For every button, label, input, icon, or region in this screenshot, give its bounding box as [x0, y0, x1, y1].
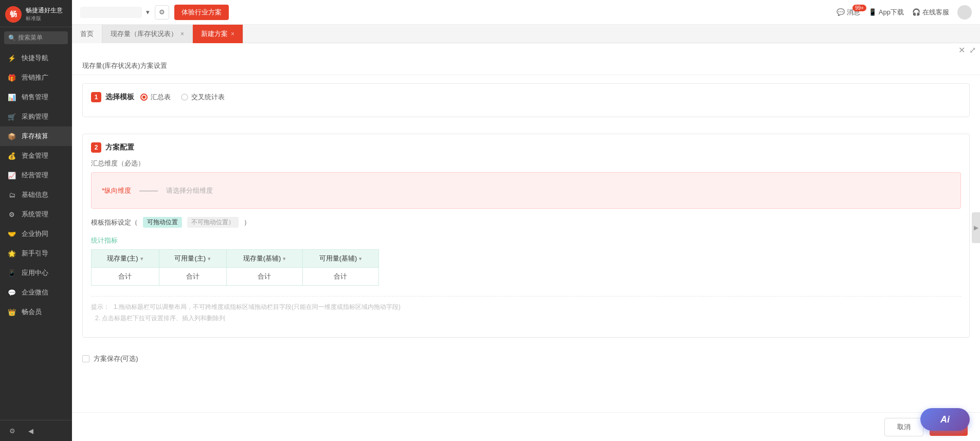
topbar-right: 💬 消息 99+ 📱 App下载 🎧 在线客服 [837, 5, 972, 20]
radio-cross-label: 交叉统计表 [191, 93, 225, 102]
online-service-label: 在线客服 [922, 8, 949, 17]
dimension-placeholder-text: 请选择分组维度 [166, 186, 213, 195]
tab-new-scheme-close-icon[interactable]: × [231, 30, 234, 38]
ai-float-button[interactable]: Ai [920, 408, 970, 431]
stats-col-header-1[interactable]: 可用量(主) ▾ [159, 250, 227, 268]
guide-icon: 🌟 [7, 249, 16, 258]
sidebar-item-enterprise[interactable]: 🤝 企业协同 [0, 224, 72, 244]
sidebar-item-member[interactable]: 👑 畅会员 [0, 302, 72, 322]
col1-dropdown[interactable]: 可用量(主) ▾ [174, 254, 211, 263]
user-avatar[interactable] [957, 5, 972, 20]
col0-dropdown[interactable]: 现存量(主) ▾ [107, 254, 143, 263]
dimension-area[interactable]: *纵向维度 —— 请选择分组维度 [91, 172, 961, 209]
non-draggable-tag: 不可拖动位置） [187, 217, 239, 228]
tab-new-scheme-label: 新建方案 [201, 29, 228, 39]
sidebar-item-label: 新手引导 [22, 249, 48, 258]
sidebar-item-guide[interactable]: 🌟 新手引导 [0, 244, 72, 263]
radio-cross-circle [181, 94, 188, 101]
tab-home[interactable]: 首页 [72, 25, 102, 43]
sidebar-item-system[interactable]: ⚙ 系统管理 [0, 205, 72, 224]
side-expand-button[interactable]: ▶ [972, 212, 980, 243]
sidebar-item-operations[interactable]: 📈 经营管理 [0, 166, 72, 185]
panel-close-row: ✕ ⤢ [72, 43, 980, 55]
sidebar-item-basics[interactable]: 🗂 基础信息 [0, 185, 72, 205]
sidebar-item-label: 畅会员 [22, 307, 42, 317]
member-icon: 👑 [7, 307, 16, 317]
industry-solution-button[interactable]: 体验行业方案 [174, 5, 229, 20]
online-service-button[interactable]: 🎧 在线客服 [912, 8, 949, 17]
section2-title: 2 方案配置 [91, 142, 961, 153]
sidebar-item-label: 销售管理 [22, 93, 48, 102]
stats-summary-row: 合计 合计 合计 合计 [92, 268, 379, 286]
stats-cell-2: 合计 [227, 268, 303, 286]
main-panel: ✕ ⤢ 现存量(库存状况表)方案设置 1 选择模板 汇总表 [72, 43, 980, 412]
stats-col-header-3[interactable]: 可用量(基辅) ▾ [302, 250, 378, 268]
gear-icon: ⚙ [159, 8, 165, 16]
sidebar-item-label: 资金管理 [22, 151, 48, 160]
app-logo: 畅 畅捷通好生意 标准版 [0, 0, 72, 27]
sidebar-item-label: 采购管理 [22, 112, 48, 121]
col2-dropdown[interactable]: 现存量(基辅) ▾ [243, 254, 286, 263]
message-button[interactable]: 💬 消息 99+ [837, 8, 860, 17]
settings-footer-icon[interactable]: ⚙ [7, 426, 17, 436]
app-name: 畅捷通好生意 [26, 7, 63, 15]
radio-cross-table[interactable]: 交叉统计表 [181, 93, 225, 102]
sidebar-item-purchase[interactable]: 🛒 采购管理 [0, 107, 72, 126]
sidebar-item-sales[interactable]: 📊 销售管理 [0, 87, 72, 107]
stats-table: 现存量(主) ▾ 可用量(主) ▾ [91, 249, 379, 286]
collapse-footer-icon[interactable]: ◀ [26, 426, 36, 436]
save-checkbox-label: 方案保存(可选) [94, 354, 138, 363]
save-checkbox[interactable] [82, 355, 89, 362]
panel-header: 现存量(库存状况表)方案设置 [72, 55, 980, 75]
sidebar-item-wechat[interactable]: 💬 企业微信 [0, 283, 72, 302]
cancel-button[interactable]: 取消 [884, 418, 923, 436]
sidebar-footer: ⚙ ◀ [0, 420, 72, 441]
col2-label: 现存量(基辅) [243, 254, 281, 263]
col2-arrow-icon: ▾ [283, 255, 286, 262]
sidebar-item-label: 库存核算 [22, 132, 48, 141]
sidebar-item-finance[interactable]: 💰 资金管理 [0, 146, 72, 166]
sidebar-item-inventory[interactable]: 📦 库存核算 [0, 126, 72, 146]
topbar-gear-button[interactable]: ⚙ [155, 5, 169, 20]
tab-inventory-status[interactable]: 现存量（库存状况表） × [102, 25, 193, 43]
app-download-label: App下载 [879, 8, 904, 17]
sidebar-search[interactable]: 🔍 搜索菜单 [4, 31, 68, 44]
sidebar-item-app-center[interactable]: 📱 应用中心 [0, 263, 72, 283]
radio-summary-table[interactable]: 汇总表 [140, 93, 171, 102]
tip-1-num: 提示： [91, 302, 110, 313]
topbar: ▾ ⚙ 体验行业方案 💬 消息 99+ 📱 App下载 🎧 在线客服 [72, 0, 980, 25]
sidebar-item-label: 企业协同 [22, 229, 48, 238]
system-icon: ⚙ [7, 210, 16, 219]
tabs-bar: 首页 现存量（库存状况表） × 新建方案 × [72, 25, 980, 43]
panel-close-icon[interactable]: ✕ [958, 45, 965, 55]
topbar-dropdown[interactable]: ▾ [146, 8, 150, 16]
tab-new-scheme[interactable]: 新建方案 × [193, 25, 243, 43]
purchase-icon: 🛒 [7, 112, 16, 121]
topbar-search-input[interactable] [80, 7, 142, 18]
wechat-icon: 💬 [7, 288, 16, 297]
phone-icon: 📱 [868, 8, 877, 16]
main-container: ▾ ⚙ 体验行业方案 💬 消息 99+ 📱 App下载 🎧 在线客服 [72, 0, 980, 441]
finance-icon: 💰 [7, 151, 16, 160]
topbar-search-area: ▾ [80, 7, 150, 18]
template-indicator-label: 模板指标设定（ [91, 218, 138, 227]
sidebar-item-label: 应用中心 [22, 268, 48, 278]
stats-cell-3: 合计 [302, 268, 378, 286]
stats-col-header-2[interactable]: 现存量(基辅) ▾ [227, 250, 303, 268]
section-step1: 1 选择模板 汇总表 交叉统计表 [82, 83, 970, 117]
col0-arrow-icon: ▾ [140, 255, 143, 262]
sidebar-item-marketing[interactable]: 🎁 营销推广 [0, 68, 72, 87]
sidebar-item-quick-nav[interactable]: ⚡ 快捷导航 [0, 48, 72, 68]
template-radio-group: 汇总表 交叉统计表 [140, 93, 225, 102]
panel-expand-icon[interactable]: ⤢ [969, 45, 976, 55]
stats-col-header-0[interactable]: 现存量(主) ▾ [92, 250, 159, 268]
app-download-button[interactable]: 📱 App下载 [868, 8, 904, 17]
step2-badge: 2 [91, 142, 101, 153]
sidebar: 畅 畅捷通好生意 标准版 🔍 搜索菜单 ⚡ 快捷导航 🎁 营销推广 📊 销售管理… [0, 0, 72, 441]
logo-icon: 畅 [5, 6, 22, 23]
tab-inventory-close-icon[interactable]: × [180, 30, 184, 38]
sidebar-item-label: 经营管理 [22, 171, 48, 180]
col3-dropdown[interactable]: 可用量(基辅) ▾ [319, 254, 362, 263]
section-step2: 2 方案配置 汇总维度（必选） *纵向维度 —— 请选择分组维度 模板指标设定（… [82, 134, 970, 338]
tip-row-1: 提示： 1.拖动标题栏可以调整布局，不可跨维度或指标区域拖动栏目字段(只能在同一… [91, 302, 961, 313]
